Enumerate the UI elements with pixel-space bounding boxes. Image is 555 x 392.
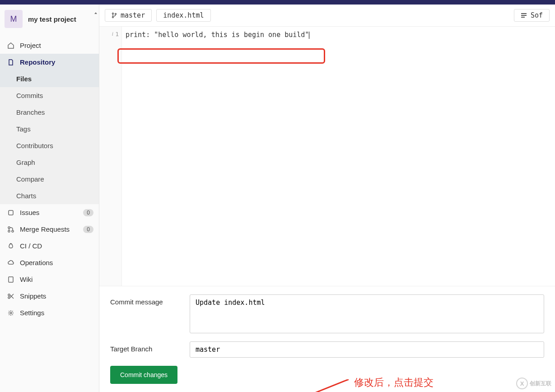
merge-icon bbox=[5, 226, 16, 233]
svg-point-2 bbox=[8, 230, 10, 232]
target-branch-label: Target Branch bbox=[110, 341, 190, 358]
badge: 0 bbox=[83, 209, 93, 216]
sidebar-item-label: Merge Requests bbox=[20, 225, 70, 233]
svg-point-3 bbox=[12, 230, 14, 232]
commit-message-label: Commit message bbox=[110, 294, 190, 333]
home-icon bbox=[5, 42, 16, 49]
code-area[interactable]: print: "hello world, this is begin one b… bbox=[122, 27, 555, 286]
sidebar-item-repository[interactable]: Repository bbox=[0, 54, 99, 70]
filename: index.html bbox=[163, 11, 204, 19]
gutter: i1 bbox=[99, 27, 122, 286]
book-icon bbox=[5, 276, 16, 283]
svg-point-6 bbox=[8, 297, 10, 299]
commit-message-input[interactable]: Update index.html bbox=[190, 294, 544, 333]
sidebar-header[interactable]: M my test project bbox=[0, 5, 99, 37]
sidebar-item-operations[interactable]: Operations bbox=[0, 254, 99, 271]
branch-icon bbox=[112, 12, 117, 19]
sidebar-sub-charts[interactable]: Charts bbox=[0, 187, 99, 204]
sidebar-item-merge-requests[interactable]: Merge Requests 0 bbox=[0, 221, 99, 238]
svg-point-5 bbox=[8, 294, 10, 296]
sidebar-sub-commits[interactable]: Commits bbox=[0, 87, 99, 104]
target-branch-input[interactable] bbox=[190, 341, 544, 358]
svg-rect-13 bbox=[521, 17, 525, 18]
svg-point-10 bbox=[115, 14, 117, 15]
commit-form: Commit message Update index.html Target … bbox=[99, 286, 555, 392]
watermark: X 创新互联 bbox=[516, 378, 551, 389]
editor-toolbar: master index.html Sof bbox=[99, 5, 555, 27]
sidebar-item-issues[interactable]: Issues 0 bbox=[0, 204, 99, 221]
svg-point-9 bbox=[112, 17, 114, 18]
branch-name: master bbox=[121, 11, 145, 19]
sidebar-sub-graph[interactable]: Graph bbox=[0, 154, 99, 171]
sidebar-subnav: Files Commits Branches Tags Contributors… bbox=[0, 70, 99, 204]
sidebar-sub-compare[interactable]: Compare bbox=[0, 171, 99, 187]
svg-rect-12 bbox=[521, 15, 527, 16]
watermark-logo-icon: X bbox=[516, 378, 528, 389]
sidebar-item-label: Snippets bbox=[20, 292, 46, 300]
cloud-icon bbox=[5, 259, 16, 266]
info-icon: i bbox=[112, 30, 114, 37]
badge: 0 bbox=[83, 226, 93, 233]
sidebar-sub-branches[interactable]: Branches bbox=[0, 104, 99, 121]
commit-changes-button[interactable]: Commit changes bbox=[110, 366, 177, 384]
sidebar-item-project[interactable]: Project bbox=[0, 37, 99, 54]
wrap-toggle[interactable]: Sof bbox=[514, 9, 550, 22]
annotation-arrow bbox=[303, 379, 353, 392]
rocket-icon bbox=[5, 243, 16, 250]
top-bar bbox=[0, 0, 555, 5]
text-cursor bbox=[309, 32, 309, 39]
issues-icon bbox=[5, 209, 16, 216]
settings-icon bbox=[521, 13, 527, 18]
sidebar-item-cicd[interactable]: CI / CD bbox=[0, 238, 99, 254]
sidebar: M my test project Project Repository Fil… bbox=[0, 5, 99, 392]
file-icon bbox=[5, 59, 16, 66]
svg-point-8 bbox=[112, 13, 114, 14]
sidebar-item-label: Repository bbox=[20, 58, 55, 66]
sidebar-item-label: CI / CD bbox=[20, 242, 42, 250]
sidebar-item-label: Operations bbox=[20, 259, 53, 266]
sidebar-item-label: Settings bbox=[20, 309, 44, 317]
code-editor[interactable]: i1 print: "hello world, this is begin on… bbox=[99, 27, 555, 286]
svg-point-7 bbox=[10, 312, 12, 314]
branch-selector[interactable]: master bbox=[105, 9, 152, 22]
filename-box[interactable]: index.html bbox=[156, 9, 210, 22]
project-avatar: M bbox=[5, 10, 23, 28]
sidebar-item-label: Project bbox=[20, 42, 41, 49]
sidebar-item-label: Wiki bbox=[20, 275, 33, 283]
annotation-text: 修改后，点击提交 bbox=[354, 376, 434, 389]
sidebar-item-snippets[interactable]: Snippets bbox=[0, 288, 99, 304]
svg-line-14 bbox=[308, 379, 349, 392]
project-name: my test project bbox=[28, 15, 76, 23]
main-content: master index.html Sof i1 print: "hello w… bbox=[99, 5, 555, 392]
sidebar-sub-contributors[interactable]: Contributors bbox=[0, 137, 99, 154]
sidebar-item-wiki[interactable]: Wiki bbox=[0, 271, 99, 288]
sidebar-sub-files[interactable]: Files bbox=[0, 70, 99, 87]
watermark-text: 创新互联 bbox=[530, 380, 551, 387]
scissors-icon bbox=[5, 293, 16, 300]
svg-rect-0 bbox=[9, 210, 13, 215]
wrap-label: Sof bbox=[531, 11, 543, 19]
gear-icon bbox=[5, 309, 16, 317]
svg-rect-11 bbox=[521, 13, 527, 14]
sidebar-sub-tags[interactable]: Tags bbox=[0, 121, 99, 137]
sidebar-item-settings[interactable]: Settings bbox=[0, 304, 99, 321]
line-number: 1 bbox=[115, 31, 119, 37]
code-text: print: "hello world, this is begin one b… bbox=[126, 31, 309, 39]
sidebar-item-label: Issues bbox=[20, 209, 39, 216]
collapse-icon[interactable] bbox=[93, 11, 98, 15]
svg-rect-4 bbox=[9, 277, 13, 282]
svg-point-1 bbox=[8, 227, 10, 229]
